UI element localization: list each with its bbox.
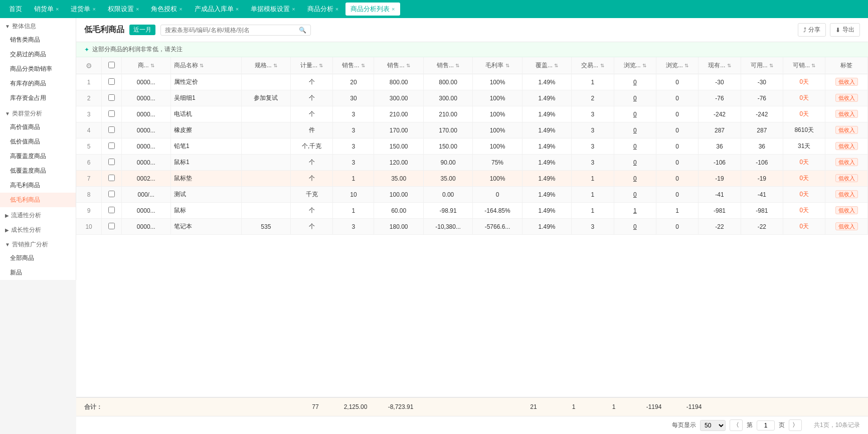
th-checkbox[interactable] — [102, 57, 121, 74]
sidebar-item-高覆盖度商品[interactable]: 高覆盖度商品 — [0, 149, 76, 164]
sidebar-group-营销推广分析[interactable]: ▼营销推广分析 — [0, 236, 76, 251]
sidebar-group-成长性分析[interactable]: ▶成长性分析 — [0, 222, 76, 236]
row-browse1[interactable]: 1 — [614, 203, 656, 219]
nav-item-角色授权[interactable]: 角色授权× — [146, 3, 187, 16]
row-sale-qty: 3 — [333, 122, 374, 138]
nav-close-icon[interactable]: × — [136, 6, 139, 12]
notice-bar: ✦ 这部分商品的利润非常低，请关注 — [76, 42, 868, 57]
sidebar-item-交易过的商品[interactable]: 交易过的商品 — [0, 47, 76, 62]
sidebar-item-低覆盖度商品[interactable]: 低覆盖度商品 — [0, 164, 76, 178]
sidebar-group-类群堂分析[interactable]: ▼类群堂分析 — [0, 105, 76, 120]
table-header: ⚙ 商... ⇅ 商品名称 ⇅ 规格... ⇅ 计量... ⇅ 销售... ⇅ … — [76, 57, 868, 74]
search-input[interactable] — [165, 27, 297, 34]
row-current-stock: -76 — [699, 90, 741, 106]
nav-item-权限设置[interactable]: 权限设置× — [103, 3, 144, 16]
sidebar-item-高毛利商品[interactable]: 高毛利商品 — [0, 178, 76, 193]
row-checkbox-cell[interactable] — [102, 171, 121, 187]
footer-browse1: 1 — [559, 403, 589, 410]
row-browse1[interactable]: 0 — [614, 171, 656, 187]
row-checkbox[interactable] — [108, 78, 115, 85]
row-checkbox[interactable] — [108, 175, 115, 181]
nav-close-icon[interactable]: × — [292, 6, 295, 12]
row-browse1[interactable]: 0 — [614, 74, 656, 90]
search-icon[interactable]: 🔍 — [299, 27, 306, 34]
sidebar-group-流通性分析[interactable]: ▶流通性分析 — [0, 207, 76, 222]
row-name: 电话机 — [170, 106, 241, 122]
sidebar-item-商品分类助销率[interactable]: 商品分类助销率 — [0, 62, 76, 76]
share-button[interactable]: ⤴ 分享 — [798, 23, 826, 37]
row-browse1[interactable]: 0 — [614, 155, 656, 171]
row-checkbox[interactable] — [108, 110, 115, 117]
row-available: 287 — [741, 122, 783, 138]
row-browse1[interactable]: 0 — [614, 138, 656, 155]
nav-close-icon[interactable]: × — [56, 6, 59, 12]
next-page-button[interactable]: 〉 — [789, 419, 802, 431]
nav-item-进货单[interactable]: 进货单× — [66, 3, 100, 16]
page-number-input[interactable] — [757, 420, 775, 430]
nav-item-商品分析列表[interactable]: 商品分析列表× — [345, 3, 400, 16]
sidebar-item-全部商品[interactable]: 全部商品 — [0, 251, 76, 265]
nav-item-产成品入库单[interactable]: 产成品入库单× — [190, 3, 244, 16]
page-label: 第 — [747, 421, 753, 429]
nav-close-icon[interactable]: × — [92, 6, 95, 12]
per-page-label: 每页显示 — [672, 421, 696, 429]
row-gross-rate: 100% — [473, 90, 522, 106]
row-current-stock: 287 — [699, 122, 741, 138]
sidebar-item-低毛利商品[interactable]: 低毛利商品 — [0, 193, 76, 207]
row-browse1[interactable]: 0 — [614, 106, 656, 122]
row-checkbox[interactable] — [108, 142, 115, 149]
filter-tag[interactable]: 近一月 — [129, 25, 155, 35]
select-all-checkbox[interactable] — [108, 62, 115, 68]
sidebar-item-有库存的商品[interactable]: 有库存的商品 — [0, 76, 76, 91]
row-checkbox-cell[interactable] — [102, 187, 121, 203]
row-checkbox[interactable] — [108, 94, 115, 101]
nav-item-首页[interactable]: 首页 — [4, 3, 27, 16]
row-checkbox-cell[interactable] — [102, 155, 121, 171]
nav-close-icon[interactable]: × — [236, 6, 239, 12]
nav-item-销货单[interactable]: 销货单× — [29, 3, 64, 16]
row-checkbox[interactable] — [108, 159, 115, 165]
row-sale-price: 170.00 — [374, 122, 423, 138]
row-browse1[interactable]: 0 — [614, 187, 656, 203]
nav-item-商品分析[interactable]: 商品分析× — [302, 3, 343, 16]
row-browse1[interactable]: 0 — [614, 90, 656, 106]
row-browse1[interactable]: 0 — [614, 122, 656, 138]
sidebar-group-整体信息[interactable]: ▼整体信息 — [0, 18, 76, 33]
nav-close-icon[interactable]: × — [179, 6, 182, 12]
row-checkbox-cell[interactable] — [102, 122, 121, 138]
sidebar-item-高价值商品[interactable]: 高价值商品 — [0, 120, 76, 134]
row-checkbox[interactable] — [108, 191, 115, 197]
sidebar-item-低价值商品[interactable]: 低价值商品 — [0, 134, 76, 149]
row-browse1[interactable]: 0 — [614, 219, 656, 235]
settings-icon[interactable]: ⚙ — [86, 62, 92, 70]
sidebar-item-库存资金占用[interactable]: 库存资金占用 — [0, 91, 76, 105]
row-coverage: 1.49% — [522, 187, 571, 203]
row-checkbox-cell[interactable] — [102, 106, 121, 122]
row-checkbox-cell[interactable] — [102, 203, 121, 219]
nav-close-icon[interactable]: × — [392, 6, 395, 12]
nav-item-单据模板设置[interactable]: 单据模板设置× — [246, 3, 300, 16]
row-unit: 个,千克 — [291, 138, 333, 155]
row-checkbox-cell[interactable] — [102, 74, 121, 90]
nav-close-icon[interactable]: × — [335, 6, 338, 12]
row-num: 10 — [76, 219, 102, 235]
chevron-icon: ▼ — [5, 24, 10, 29]
row-checkbox-cell[interactable] — [102, 219, 121, 235]
prev-page-button[interactable]: 〈 — [730, 419, 743, 431]
row-checkbox-cell[interactable] — [102, 138, 121, 155]
export-button[interactable]: ⬇ 导出 — [830, 23, 860, 37]
sidebar-item-新品[interactable]: 新品 — [0, 265, 76, 280]
row-checkbox[interactable] — [108, 223, 115, 229]
row-checkbox[interactable] — [108, 207, 115, 213]
row-checkbox[interactable] — [108, 126, 115, 133]
sidebar-item-销售类商品[interactable]: 销售类商品 — [0, 33, 76, 47]
table-container[interactable]: ⚙ 商... ⇅ 商品名称 ⇅ 规格... ⇅ 计量... ⇅ 销售... ⇅ … — [76, 57, 868, 397]
row-sale-amount: 35.00 — [423, 171, 472, 187]
th-gross-rate: 毛利率 ⇅ — [473, 57, 522, 74]
row-checkbox-cell[interactable] — [102, 90, 121, 106]
row-sale-qty: 3 — [333, 155, 374, 171]
th-settings[interactable]: ⚙ — [76, 57, 102, 74]
pagination-bar: 每页显示 50 20 100 〈 第 页 〉 共1页，10条记录 — [76, 416, 868, 434]
per-page-select[interactable]: 50 20 100 — [700, 420, 726, 431]
row-spec — [241, 203, 290, 219]
